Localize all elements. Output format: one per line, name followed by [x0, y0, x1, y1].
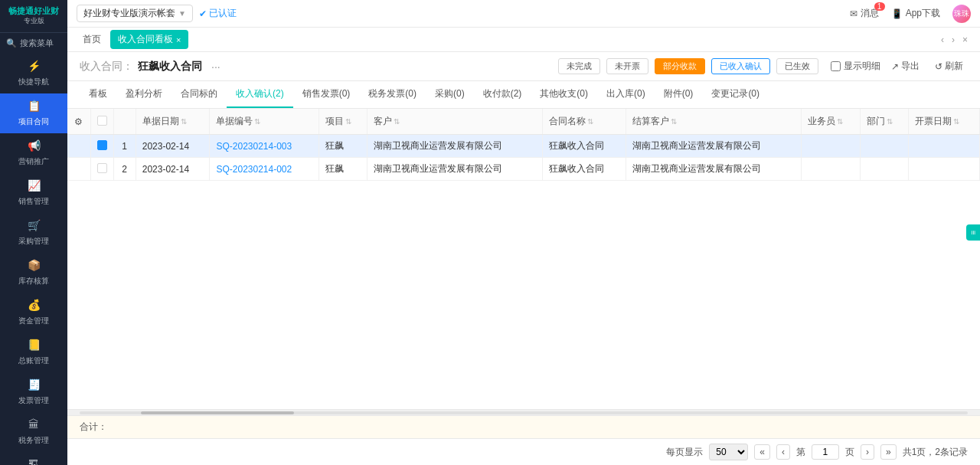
fund-label: 资金管理	[18, 316, 49, 326]
row-order-no[interactable]: SQ-20230214-003	[210, 135, 319, 158]
row-order-no[interactable]: SQ-20230214-002	[210, 158, 319, 181]
status-not-complete[interactable]: 未完成	[558, 58, 600, 74]
right-panel-icon[interactable]: ≡	[966, 224, 980, 241]
sidebar-item-tax[interactable]: 🏛 税务管理	[0, 412, 67, 452]
sidebar-item-general-ledger[interactable]: 📒 总账管理	[0, 332, 67, 372]
page-size-select[interactable]: 50 20 100	[709, 444, 748, 460]
tab-tax-invoice[interactable]: 税务发票(0)	[359, 81, 426, 108]
table-area: ⚙ 单据日期 ⇅ 单据编号 ⇅	[67, 109, 980, 409]
contract-name-sort-icon[interactable]: ⇅	[587, 117, 593, 126]
tab-change-log[interactable]: 变更记录(0)	[702, 81, 769, 108]
sidebar-item-fixed-assets[interactable]: 🏗 固定资产	[0, 452, 67, 465]
order-no-sort-icon[interactable]: ⇅	[254, 117, 260, 126]
date-sort-icon[interactable]: ⇅	[181, 117, 187, 126]
page-last-button[interactable]: »	[880, 444, 897, 460]
marketing-icon: 📢	[28, 139, 41, 152]
th-settings[interactable]: ⚙	[67, 109, 90, 135]
company-selector[interactable]: 好业财专业版演示帐套 ▼	[77, 5, 193, 22]
settings-icon[interactable]: ⚙	[74, 116, 83, 127]
sidebar-item-purchase[interactable]: 🛒 采购管理	[0, 213, 67, 253]
sidebar-item-project-contract[interactable]: 📋 项目合同	[0, 93, 67, 133]
page-next-button[interactable]: ›	[861, 444, 874, 460]
th-department[interactable]: 部门 ⇅	[861, 109, 909, 135]
status-partial-received[interactable]: 部分收款	[655, 58, 705, 74]
salesperson-sort-icon[interactable]: ⇅	[837, 117, 843, 126]
cert-label: 已认证	[209, 7, 237, 20]
table-row[interactable]: 2 2023-02-14 SQ-20230214-002 狂飙 湖南卫视商业运营…	[67, 158, 980, 181]
table-row[interactable]: 1 2023-02-14 SQ-20230214-003 狂飙 湖南卫视商业运营…	[67, 135, 980, 158]
row-checkbox-cell[interactable]	[90, 158, 113, 181]
status-effective[interactable]: 已生效	[776, 58, 818, 74]
refresh-button[interactable]: ↺ 刷新	[930, 58, 968, 74]
sidebar-item-quick-nav[interactable]: ⚡ 快捷导航	[0, 54, 67, 93]
sidebar-item-search[interactable]: 🔍 搜索菜单	[0, 33, 67, 54]
page-first-button[interactable]: «	[754, 444, 770, 460]
tab-sales-invoice[interactable]: 销售发票(0)	[293, 81, 360, 108]
sidebar-item-sales[interactable]: 📈 销售管理	[0, 173, 67, 213]
invoice-label: 发票管理	[18, 395, 49, 406]
page-title: 收入合同： 狂飙收入合同 ···	[80, 59, 225, 74]
end-customer-sort-icon[interactable]: ⇅	[671, 117, 677, 126]
row-open-date	[909, 158, 980, 181]
tab-contract-standards[interactable]: 合同标的	[172, 81, 227, 108]
open-date-sort-icon[interactable]: ⇅	[953, 117, 959, 126]
status-confirmed[interactable]: 已收入确认	[711, 58, 770, 74]
horizontal-scrollbar[interactable]	[67, 409, 980, 415]
tab-income-confirm[interactable]: 收入确认(2)	[227, 81, 293, 108]
tab-next-icon[interactable]: ›	[949, 33, 958, 47]
th-customer[interactable]: 客户 ⇅	[368, 109, 542, 135]
tab-purchase[interactable]: 采购(0)	[426, 81, 474, 108]
th-salesperson[interactable]: 业务员 ⇅	[801, 109, 861, 135]
row-checkbox[interactable]	[97, 163, 107, 173]
show-detail-checkbox[interactable]	[831, 61, 841, 71]
tab-kanban[interactable]: 看板	[80, 81, 116, 108]
message-action[interactable]: ✉ 消息 1	[850, 7, 879, 20]
refresh-icon: ↺	[935, 61, 942, 72]
page-prev-button[interactable]: ‹	[776, 444, 790, 460]
th-project[interactable]: 项目 ⇅	[319, 109, 368, 135]
tab-income-contract[interactable]: 收入合同看板 ×	[110, 30, 188, 49]
th-open-date[interactable]: 开票日期 ⇅	[909, 109, 980, 135]
page-input[interactable]	[812, 444, 839, 460]
tab-close-all-icon[interactable]: ×	[959, 33, 971, 47]
row-checkbox-cell[interactable]	[90, 135, 113, 158]
tab-prev-icon[interactable]: ‹	[938, 33, 947, 47]
row-open-date	[909, 135, 980, 158]
status-not-invoiced[interactable]: 未开票	[606, 58, 648, 74]
row-end-customer: 湖南卫视商业运营发展有限公司	[626, 135, 801, 158]
export-button[interactable]: ↗ 导出	[887, 58, 924, 74]
order-no-link[interactable]: SQ-20230214-003	[216, 141, 292, 152]
tab-other-income[interactable]: 其他收支(0)	[531, 81, 597, 108]
sidebar-item-fund[interactable]: 💰 资金管理	[0, 293, 67, 332]
project-sort-icon[interactable]: ⇅	[345, 117, 351, 126]
tab-warehouse[interactable]: 出入库(0)	[597, 81, 655, 108]
th-checkbox[interactable]	[90, 109, 113, 135]
row-date: 2023-02-14	[136, 135, 210, 158]
scroll-thumb[interactable]	[141, 411, 294, 414]
sidebar-item-marketing[interactable]: 📢 营销推广	[0, 133, 67, 173]
scroll-track[interactable]	[80, 411, 968, 414]
order-no-link[interactable]: SQ-20230214-002	[216, 164, 292, 175]
th-contract-name[interactable]: 合同名称 ⇅	[542, 109, 626, 135]
row-checkbox[interactable]	[97, 140, 107, 150]
tab-close-icon[interactable]: ×	[176, 35, 181, 44]
customer-sort-icon[interactable]: ⇅	[394, 117, 400, 126]
th-end-customer[interactable]: 结算客户 ⇅	[626, 109, 801, 135]
tab-attachment[interactable]: 附件(0)	[655, 81, 703, 108]
tab-profit-analysis[interactable]: 盈利分析	[116, 81, 172, 108]
th-order-no[interactable]: 单据编号 ⇅	[210, 109, 319, 135]
row-customer: 湖南卫视商业运营发展有限公司	[368, 158, 542, 181]
sidebar-item-inventory[interactable]: 📦 库存核算	[0, 253, 67, 293]
select-all-checkbox[interactable]	[97, 116, 107, 126]
sidebar-item-invoice[interactable]: 🧾 发票管理	[0, 372, 67, 412]
tax-invoice-label: 税务发票(0)	[368, 88, 416, 99]
user-avatar[interactable]: 珠珠	[952, 5, 971, 23]
department-sort-icon[interactable]: ⇅	[887, 117, 893, 126]
app-download-action[interactable]: 📱 App下载	[891, 7, 940, 20]
general-ledger-icon: 📒	[28, 339, 41, 351]
tab-home[interactable]: 首页	[77, 33, 107, 46]
th-date[interactable]: 单据日期 ⇅	[136, 109, 210, 135]
fund-icon: 💰	[28, 299, 41, 311]
tab-payment[interactable]: 收付款(2)	[474, 81, 531, 108]
more-options-button[interactable]: ···	[207, 59, 225, 74]
